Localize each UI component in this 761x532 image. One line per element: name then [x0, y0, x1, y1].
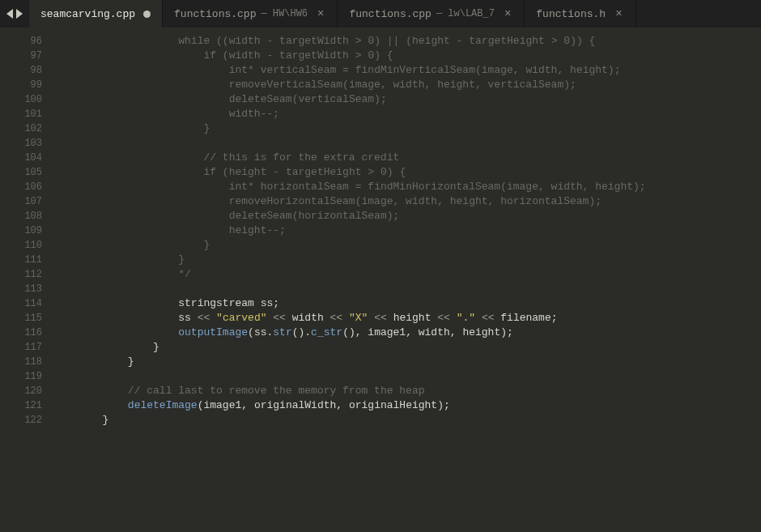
- code-line: [58, 282, 761, 296]
- line-number: 120: [0, 384, 42, 398]
- code-line: }: [58, 340, 761, 355]
- line-number: 113: [0, 282, 42, 296]
- code-line: }: [58, 355, 761, 369]
- tab-1[interactable]: functions.cpp — HW\HW6×: [163, 0, 338, 28]
- code-line: int* verticalSeam = findMinVerticalSeam(…: [58, 63, 761, 78]
- vertical-scrollbar[interactable]: [750, 28, 761, 532]
- code-line: removeHorizontalSeam(image, width, heigh…: [58, 194, 761, 209]
- line-number: 122: [0, 413, 42, 428]
- code-line: while ((width - targetWidth > 0) || (hei…: [58, 34, 761, 49]
- code-line: deleteSeam(verticalSeam);: [58, 92, 761, 107]
- line-number: 100: [0, 92, 42, 107]
- tab-nav: [0, 0, 29, 28]
- code-line: [58, 369, 761, 384]
- tab-bar: seamcarving.cppfunctions.cpp — HW\HW6×fu…: [0, 0, 761, 28]
- line-number: 111: [0, 253, 42, 267]
- line-number: 97: [0, 49, 42, 63]
- line-number: 108: [0, 209, 42, 223]
- tab-label: seamcarving.cpp: [40, 8, 135, 20]
- code-line: ss << "carved" << width << "X" << height…: [58, 311, 761, 326]
- code-line: // this is for the extra credit: [58, 151, 761, 165]
- line-number: 106: [0, 180, 42, 194]
- code-line: }: [58, 238, 761, 253]
- tab-label: functions.cpp: [174, 8, 256, 20]
- line-number: 118: [0, 355, 42, 369]
- tab-2[interactable]: functions.cpp — lw\LAB_7×: [338, 0, 525, 28]
- code-line: height--;: [58, 223, 761, 238]
- code-line: if (height - targetHeight > 0) {: [58, 165, 761, 180]
- code-line: stringstream ss;: [58, 296, 761, 311]
- line-number: 115: [0, 311, 42, 326]
- line-number: 101: [0, 107, 42, 121]
- editor: 9697989910010110210310410510610710810911…: [0, 28, 761, 532]
- line-number: 121: [0, 398, 42, 413]
- line-number: 99: [0, 78, 42, 92]
- line-number: 116: [0, 326, 42, 340]
- line-number-gutter: 9697989910010110210310410510610710810911…: [0, 28, 52, 532]
- tab-label: functions.h: [536, 8, 606, 20]
- line-number: 98: [0, 63, 42, 78]
- tab-0[interactable]: seamcarving.cpp: [29, 0, 163, 28]
- code-area[interactable]: while ((width - targetWidth > 0) || (hei…: [52, 28, 761, 532]
- code-line: deleteSeam(horizontalSeam);: [58, 209, 761, 223]
- code-line: }: [58, 253, 761, 267]
- tab-next-icon[interactable]: [16, 9, 23, 19]
- tab-label: functions.cpp: [349, 8, 431, 20]
- tab-sublabel: — lw\LAB_7: [436, 8, 495, 19]
- code-line: deleteImage(image1, originalWidth, origi…: [58, 398, 761, 413]
- line-number: 112: [0, 267, 42, 282]
- line-number: 119: [0, 369, 42, 384]
- code-line: }: [58, 121, 761, 136]
- line-number: 102: [0, 121, 42, 136]
- code-line: */: [58, 267, 761, 282]
- tab-3[interactable]: functions.h×: [525, 0, 636, 28]
- close-icon[interactable]: ×: [503, 6, 512, 21]
- code-line: if (width - targetWidth > 0) {: [58, 49, 761, 63]
- line-number: 107: [0, 194, 42, 209]
- line-number: 117: [0, 340, 42, 355]
- line-number: 114: [0, 296, 42, 311]
- tab-sublabel: — HW\HW6: [261, 8, 308, 19]
- code-line: }: [58, 413, 761, 428]
- line-number: 103: [0, 136, 42, 151]
- line-number: 105: [0, 165, 42, 180]
- line-number: 104: [0, 151, 42, 165]
- tab-prev-icon[interactable]: [6, 9, 13, 19]
- close-icon[interactable]: ×: [614, 6, 623, 21]
- tabs-container: seamcarving.cppfunctions.cpp — HW\HW6×fu…: [29, 0, 761, 28]
- close-icon[interactable]: ×: [316, 6, 325, 21]
- code-line: outputImage(ss.str().c_str(), image1, wi…: [58, 326, 761, 340]
- code-line: [58, 136, 761, 151]
- line-number: 109: [0, 223, 42, 238]
- code-line: width--;: [58, 107, 761, 121]
- line-number: 110: [0, 238, 42, 253]
- line-number: 96: [0, 34, 42, 49]
- dirty-indicator-icon: [143, 11, 151, 18]
- code-line: int* horizontalSeam = findMinHorizontalS…: [58, 180, 761, 194]
- code-line: // call last to remove the memory from t…: [58, 384, 761, 398]
- code-line: removeVerticalSeam(image, width, height,…: [58, 78, 761, 92]
